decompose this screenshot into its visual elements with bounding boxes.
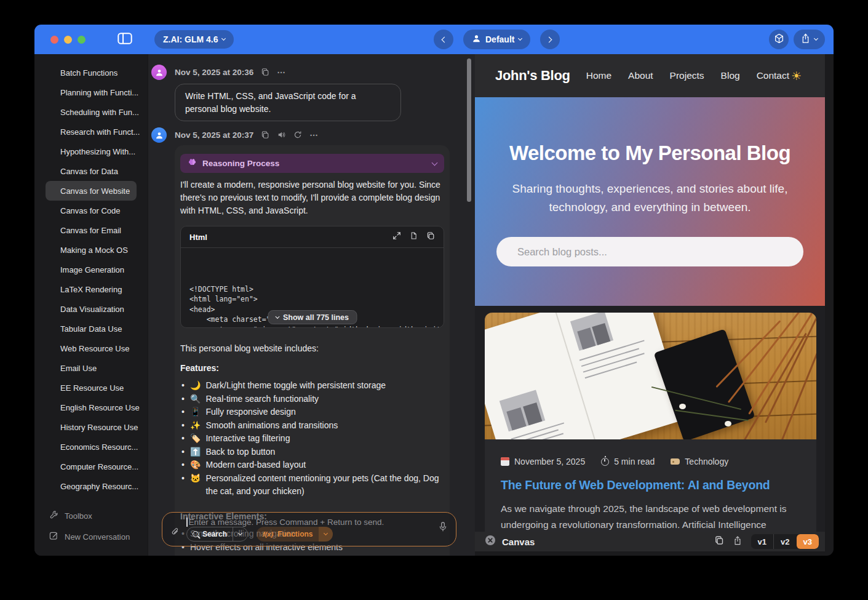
reasoning-process-toggle[interactable]: Reasoning Process [180, 154, 444, 173]
search-mode-chevron[interactable] [233, 527, 247, 541]
sidebar-item-new-conversation[interactable]: New Conversation [34, 526, 148, 547]
back-button[interactable] [434, 30, 453, 49]
feature-text: Interactive tag filtering [205, 432, 290, 446]
sidebar-item[interactable]: Data Visualization [46, 299, 137, 319]
version-button[interactable]: v2 [773, 534, 796, 549]
sidebar-item[interactable]: Scheduling with Fun... [46, 102, 137, 122]
forward-button[interactable] [540, 30, 560, 49]
copy-icon[interactable] [261, 68, 269, 76]
sidebar-item[interactable]: Making a Mock OS [46, 240, 137, 260]
user-avatar [151, 65, 167, 80]
regenerate-icon[interactable] [293, 130, 302, 139]
post-date: November 5, 2025 [514, 457, 585, 466]
sidebar-item[interactable]: Canvas for Code [46, 201, 137, 220]
zoom-window-button[interactable] [78, 36, 86, 44]
site-nav-link[interactable]: Blog [721, 70, 740, 81]
profile-selector-button[interactable]: Default [463, 30, 530, 49]
show-all-lines-button[interactable]: Show all 775 lines [268, 310, 357, 324]
post-tag[interactable]: Technology [671, 457, 728, 466]
share-button[interactable] [794, 30, 825, 49]
sidebar-item[interactable]: English Resource Use [46, 398, 137, 417]
post-excerpt: As we navigate through 2025, the landsca… [501, 501, 800, 532]
feature-item: 🎨Modern card-based layout [180, 458, 442, 472]
feature-item: 🔍Real-time search functionality [180, 393, 442, 406]
assistant-message-timestamp: Nov 5, 2025 at 20:37 [175, 130, 253, 140]
flower-graphic [725, 421, 731, 426]
sidebar-item[interactable]: Canvas for Data [46, 161, 137, 181]
tag-icon [671, 458, 680, 465]
model-selector-button[interactable]: Z.AI: GLM 4.6 [154, 30, 234, 49]
sidebar-item[interactable]: Tabular Data Use [46, 319, 137, 338]
sidebar-item[interactable]: EE Resource Use [46, 378, 137, 398]
functions-button[interactable]: f(x)Functions [257, 527, 333, 542]
minimize-window-button[interactable] [64, 36, 72, 44]
chat-scrollbar[interactable] [467, 58, 471, 202]
site-nav-link[interactable]: About [628, 70, 653, 81]
sidebar-toggle-icon [117, 33, 132, 47]
copy-code-icon[interactable] [426, 231, 435, 242]
model-label: Z.AI: GLM 4.6 [163, 34, 218, 44]
sidebar-item[interactable]: Economics Resourc... [46, 437, 137, 457]
sidebar-item[interactable]: Canvas for Email [46, 220, 137, 240]
message-input[interactable]: Enter a message. Press Command + Return … [162, 512, 456, 546]
site-nav-link[interactable]: Projects [670, 70, 704, 81]
feature-emoji-icon: 🔍 [190, 393, 201, 406]
more-options-icon[interactable]: ⋯ [309, 130, 319, 140]
reasoning-process-label: Reasoning Process [202, 159, 427, 168]
attachment-icon[interactable] [170, 527, 180, 540]
sidebar-item[interactable]: LaTeX Rendering [46, 279, 137, 299]
code-line: <html lang="en"> [189, 294, 435, 305]
chevron-down-icon [275, 314, 279, 318]
sidebar-item[interactable]: History Resource Use [46, 417, 137, 437]
copy-icon[interactable] [261, 130, 269, 139]
sidebar-item[interactable]: Canvas for Website [46, 181, 137, 201]
includes-line: This personal blog website includes: [180, 343, 319, 353]
sidebar-item[interactable]: Image Generation [46, 260, 137, 279]
feature-text: Real-time search functionality [205, 393, 319, 406]
sidebar-item[interactable]: Computer Resource... [46, 457, 137, 476]
features-list: 🌙Dark/Light theme toggle with persistent… [180, 379, 442, 498]
chevron-down-icon [814, 36, 818, 41]
copy-canvas-icon[interactable] [714, 535, 724, 548]
microphone-icon[interactable] [439, 521, 447, 535]
sidebar-item[interactable]: Research with Funct... [46, 122, 137, 142]
functions-chevron[interactable] [319, 527, 333, 542]
chevron-down-icon [518, 36, 522, 41]
toggle-sidebar-button[interactable] [117, 33, 132, 47]
feature-text: Back to top button [205, 446, 275, 459]
close-window-button[interactable] [50, 36, 58, 44]
version-button[interactable]: v1 [751, 534, 773, 549]
sidebar-item[interactable]: Email Use [46, 358, 137, 378]
open-book-graphic [485, 313, 686, 439]
code-block-header: Html [181, 226, 444, 248]
version-button[interactable]: v3 [797, 534, 819, 549]
extensions-button[interactable] [769, 30, 789, 49]
feature-text: Fully responsive design [205, 406, 295, 419]
chevron-right-icon [546, 36, 552, 42]
sidebar-item[interactable]: Web Resource Use [46, 338, 137, 358]
sidebar-item[interactable]: Planning with Functi... [46, 82, 137, 102]
site-nav-link[interactable]: Contact [757, 70, 789, 81]
expand-icon[interactable] [392, 231, 401, 242]
text-cursor [186, 518, 188, 527]
close-canvas-icon[interactable] [485, 535, 496, 548]
sidebar-item[interactable]: Geography Resourc... [46, 476, 137, 496]
feature-emoji-icon: 🏷️ [190, 432, 201, 446]
theme-toggle-sun-icon[interactable]: ☀ [791, 69, 802, 83]
blog-search-input[interactable] [496, 237, 803, 266]
user-message-text: Write HTML, CSS, and JavaScript code for… [185, 91, 356, 114]
read-aloud-icon[interactable] [277, 130, 286, 139]
open-in-canvas-icon[interactable] [410, 231, 418, 242]
fx-icon: f(x) [263, 530, 273, 538]
sidebar-item-toolbox[interactable]: Toolbox [34, 505, 148, 526]
search-mode-button[interactable]: Search [186, 527, 248, 542]
feature-item: 📱Fully responsive design [180, 406, 442, 419]
sidebar-item[interactable]: Hypothesizing With... [46, 142, 137, 161]
post-title-link[interactable]: The Future of Web Development: AI and Be… [501, 478, 800, 492]
wrench-icon [49, 510, 58, 521]
more-options-icon[interactable]: ⋯ [277, 67, 287, 77]
sidebar-item[interactable]: Batch Functions [46, 63, 137, 82]
feature-item: 🌙Dark/Light theme toggle with persistent… [180, 379, 442, 393]
export-canvas-icon[interactable] [733, 535, 742, 548]
site-nav-link[interactable]: Home [586, 70, 611, 81]
